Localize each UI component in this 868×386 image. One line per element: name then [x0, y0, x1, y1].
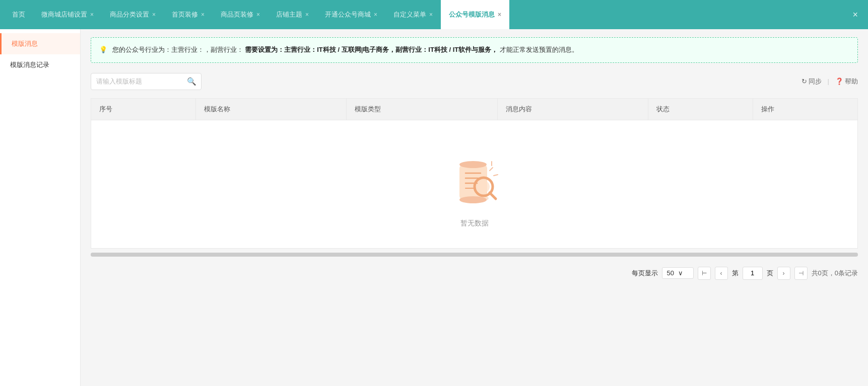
page-label: 第	[732, 269, 739, 278]
empty-state: 暂无数据	[91, 120, 857, 248]
nav-tab-open-mall[interactable]: 开通公众号商城 ×	[317, 0, 385, 29]
sync-icon: ↻	[802, 78, 807, 85]
sidebar-item-template-msg-records[interactable]: 模版消息记录	[0, 54, 80, 75]
nav-tab-home[interactable]: 首页	[4, 0, 33, 29]
col-header-index: 序号	[91, 98, 196, 120]
last-page-button[interactable]: ⊣	[794, 267, 808, 280]
sync-button[interactable]: ↻ 同步	[802, 77, 822, 86]
svg-line-12	[494, 175, 498, 176]
sidebar-item-template-msg[interactable]: 模版消息	[0, 33, 80, 54]
first-page-button[interactable]: ⊢	[698, 267, 711, 280]
col-header-action: 操作	[753, 98, 858, 120]
next-page-button[interactable]: ›	[777, 267, 790, 280]
main-layout: 模版消息模版消息记录 💡 您的公众号行业为：主营行业：，副营行业： 需要设置为：…	[0, 29, 868, 386]
page-size-select[interactable]: 50 ∨	[662, 267, 693, 279]
pagination: 每页显示 50 ∨ ⊢ ‹ 第 页 › ⊣ 共0页，0条记录	[91, 261, 858, 286]
sync-label: 同步	[809, 77, 822, 86]
nav-tab-store-settings[interactable]: 微商城店铺设置 ×	[33, 0, 102, 29]
search-input[interactable]	[91, 73, 202, 90]
close-tab-product-decoration[interactable]: ×	[256, 11, 260, 18]
nav-tab-store-theme[interactable]: 店铺主题 ×	[268, 0, 317, 29]
page-size-value: 50	[666, 269, 674, 277]
page-unit: 页	[767, 269, 773, 278]
close-all-button[interactable]: ×	[846, 10, 864, 20]
close-tab-open-mall[interactable]: ×	[374, 11, 377, 18]
col-header-name: 模版名称	[195, 98, 346, 120]
notice-icon: 💡	[99, 46, 107, 53]
horizontal-scrollbar[interactable]	[91, 253, 858, 257]
help-label: 帮助	[845, 77, 858, 86]
page-number-input[interactable]	[743, 267, 763, 280]
col-header-status: 状态	[648, 98, 753, 120]
svg-point-3	[459, 196, 487, 203]
page-size-arrow: ∨	[678, 269, 683, 277]
empty-text: 暂无数据	[91, 219, 857, 228]
notice-box: 💡 您的公众号行业为：主营行业：，副营行业： 需要设置为：主营行业：IT科技 /…	[91, 37, 858, 63]
close-tab-store-settings[interactable]: ×	[90, 11, 94, 18]
search-bar: 🔍 ↻ 同步 | ❓ 帮助	[91, 73, 858, 90]
svg-point-2	[459, 161, 487, 168]
search-input-wrap: 🔍	[91, 73, 202, 90]
search-left: 🔍	[91, 73, 202, 90]
notice-prefix: 您的公众号行业为：主营行业：，副营行业：	[112, 46, 243, 53]
close-tab-store-theme[interactable]: ×	[305, 11, 309, 18]
help-button[interactable]: ❓ 帮助	[835, 77, 858, 86]
search-right: ↻ 同步 | ❓ 帮助	[802, 77, 858, 86]
help-icon: ❓	[835, 78, 843, 85]
nav-tab-custom-menu[interactable]: 自定义菜单 ×	[385, 0, 441, 29]
content-area: 💡 您的公众号行业为：主营行业：，副营行业： 需要设置为：主营行业：IT科技 /…	[81, 29, 868, 386]
data-table: 序号模版名称模版类型消息内容状态操作	[91, 98, 858, 249]
nav-tab-category-settings[interactable]: 商品分类设置 ×	[102, 0, 164, 29]
top-nav: 首页微商城店铺设置 ×商品分类设置 ×首页装修 ×商品页装修 ×店铺主题 ×开通…	[0, 0, 868, 29]
svg-point-9	[478, 181, 490, 193]
col-header-type: 模版类型	[347, 98, 497, 120]
page-size-label: 每页显示	[632, 269, 658, 278]
close-tab-category-settings[interactable]: ×	[152, 11, 156, 18]
notice-highlight: 需要设置为：主营行业：IT科技 / 互联网|电子商务，副营行业：IT科技 / I…	[245, 46, 498, 53]
nav-tab-product-decoration[interactable]: 商品页装修 ×	[213, 0, 268, 29]
nav-tab-home-decoration[interactable]: 首页装修 ×	[164, 0, 213, 29]
notice-suffix: 才能正常发送预置的消息。	[500, 46, 578, 53]
close-tab-custom-menu[interactable]: ×	[429, 11, 433, 18]
svg-line-11	[490, 168, 493, 171]
col-header-content: 消息内容	[497, 98, 648, 120]
divider: |	[828, 78, 829, 85]
svg-line-10	[490, 193, 496, 199]
close-tab-home-decoration[interactable]: ×	[201, 11, 205, 18]
close-tab-template-msg[interactable]: ×	[498, 11, 501, 18]
sidebar: 模版消息模版消息记录	[0, 29, 81, 386]
nav-tab-template-msg[interactable]: 公众号模版消息 ×	[441, 0, 509, 29]
empty-illustration	[444, 150, 505, 211]
search-icon[interactable]: 🔍	[187, 77, 196, 86]
total-info: 共0页，0条记录	[812, 269, 858, 278]
scroll-thumb[interactable]	[91, 253, 858, 257]
prev-page-button[interactable]: ‹	[715, 267, 728, 280]
